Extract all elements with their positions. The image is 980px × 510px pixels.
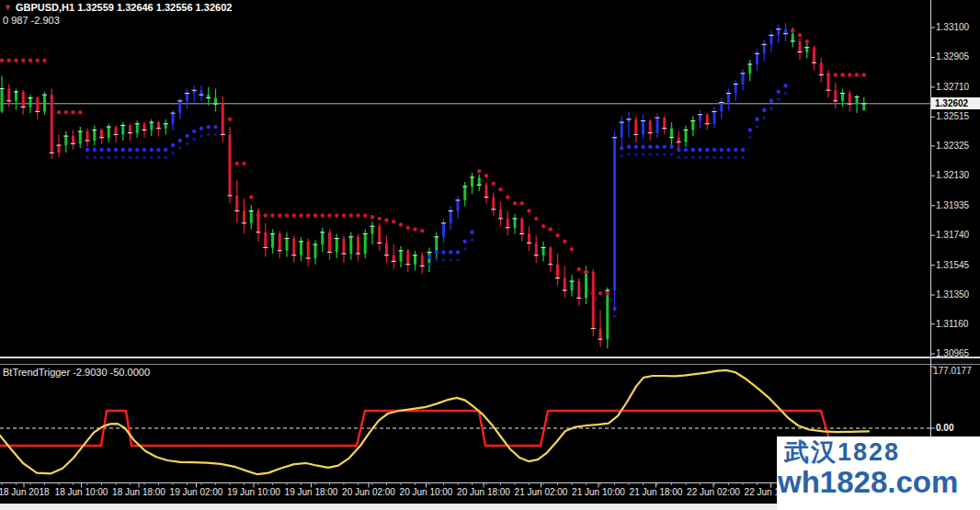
sell-signal-dot: [862, 73, 866, 76]
indicator-max-label: 177.0177: [933, 366, 972, 376]
sell-signal-dot: [42, 59, 46, 62]
sell-signal-dot: [598, 291, 602, 295]
time-axis-label: 18 Jun 10:00: [55, 487, 108, 497]
sell-signal-dot: [313, 213, 317, 217]
sell-signal-dot: [399, 222, 403, 226]
buy-signal-dot: [192, 130, 196, 133]
sell-signal-dot: [563, 240, 566, 244]
buy-signal-dot: [93, 148, 97, 152]
chart-title: ▼GBPUSD,H1 1.32559 1.32646 1.32556 1.326…: [4, 2, 232, 13]
buy-signal-dot: [777, 90, 781, 94]
price-axis-label: 1.32515: [936, 111, 969, 121]
sell-signal-dot: [7, 59, 11, 62]
price-axis-label: 1.33100: [936, 22, 969, 32]
sell-signal-dot: [270, 213, 274, 217]
buy-signal-dot-dim: [670, 153, 674, 156]
sell-signal-dot: [520, 201, 524, 205]
panel-splitter-lower: [0, 364, 980, 365]
buy-signal-dot: [769, 99, 773, 103]
buy-signal-dot-dim: [634, 153, 638, 156]
buy-signal-dot: [107, 148, 110, 152]
buy-signal-dot-dim: [135, 156, 139, 160]
buy-signal-dot-dim: [712, 156, 716, 160]
sell-signal-dot: [855, 73, 859, 76]
sell-signal-dot: [840, 73, 844, 76]
sell-signal-dot: [477, 169, 481, 173]
buy-signal-dot-dim: [699, 156, 702, 160]
sell-signal-dot: [278, 213, 281, 217]
buy-signal-dot-dim: [107, 156, 110, 160]
watermark-line1: 武汉1828: [784, 438, 980, 466]
buy-signal-dot-dim: [734, 156, 737, 160]
buy-signal-dot-dim: [648, 153, 652, 156]
price-axis-label: 1.31160: [936, 319, 968, 329]
buy-signal-dot-dim: [620, 154, 623, 158]
buy-signal-dot-dim: [129, 156, 132, 160]
buy-signal-dot: [741, 148, 745, 152]
buy-signal-dot-dim: [178, 147, 182, 151]
time-axis-label: 18 Jun 2018: [0, 487, 50, 497]
sell-signal-dot: [848, 73, 851, 76]
buy-signal-dot: [620, 146, 623, 150]
sell-signal-dot: [834, 73, 838, 76]
buy-signal-dot-dim: [762, 116, 766, 119]
sell-signal-dot: [527, 209, 530, 212]
buy-signal-dot: [684, 148, 688, 152]
buy-signal-dot-dim: [456, 258, 460, 262]
buy-signal-dot: [762, 108, 766, 112]
buy-signal-dot: [677, 148, 680, 152]
buy-signal-dot: [427, 255, 431, 258]
symbol-dropdown-icon[interactable]: ▼: [4, 3, 12, 12]
sell-signal-dot: [14, 59, 17, 62]
time-axis-label: 21 Jun 18:00: [630, 487, 683, 497]
buy-signal-dot: [207, 125, 211, 129]
buy-signal-dot-dim: [85, 156, 89, 160]
buy-signal-dot-dim: [705, 156, 709, 160]
buy-signal-dot: [748, 128, 752, 131]
sell-signal-dot: [299, 213, 302, 217]
buy-signal-dot-dim: [777, 97, 781, 101]
sell-signal-dot: [78, 110, 82, 114]
buy-signal-dot-dim: [463, 247, 467, 251]
sell-signal-dot: [513, 201, 517, 205]
buy-signal-dot-dim: [114, 156, 118, 160]
sell-signal-dot: [606, 291, 610, 295]
buy-signal-dot: [712, 148, 716, 152]
sell-signal-dot: [235, 162, 239, 165]
buy-signal-dot: [612, 307, 616, 311]
sell-signal-dot: [577, 267, 581, 271]
time-axis-label: 19 Jun 18:00: [285, 487, 338, 497]
buy-signal-dot: [121, 148, 125, 152]
sell-signal-dot: [541, 224, 545, 228]
buy-signal-dot-dim: [142, 156, 146, 160]
chart-canvas[interactable]: [0, 0, 980, 510]
sell-signal-dot: [228, 118, 232, 121]
sell-signal-dot: [64, 110, 68, 114]
buy-signal-dot-dim: [784, 92, 788, 96]
time-axis-label: 19 Jun 02:00: [170, 487, 223, 497]
panel-splitter: [0, 357, 980, 358]
time-axis-label: 20 Jun 02:00: [342, 487, 395, 497]
buy-signal-dot: [783, 84, 787, 87]
sell-signal-dot: [805, 40, 809, 43]
sell-signal-dot: [242, 162, 245, 165]
buy-signal-dot-dim: [121, 156, 125, 160]
price-axis-label: 1.32710: [936, 82, 969, 92]
buy-signal-dot-dim: [93, 156, 97, 160]
sell-signal-dot: [356, 213, 359, 217]
buy-signal-dot-dim: [442, 258, 446, 262]
symbol-ohlc-text: GBPUSD,H1 1.32559 1.32646 1.32556 1.3260…: [16, 2, 232, 13]
buy-signal-dot-dim: [756, 125, 759, 129]
buy-signal-dot: [449, 250, 452, 254]
buy-signal-dot-dim: [691, 156, 695, 160]
sell-signal-dot: [57, 110, 61, 114]
buy-signal-dot: [698, 148, 701, 152]
buy-signal-dot-dim: [471, 238, 474, 242]
buy-signal-dot: [185, 134, 188, 138]
buy-signal-dot: [734, 148, 737, 152]
price-axis-label: 1.32130: [936, 170, 969, 180]
buy-signal-dot: [213, 125, 217, 129]
panel-splitter-gap: [0, 358, 980, 364]
sell-signal-dot: [21, 59, 25, 62]
sell-signal-dot: [812, 49, 815, 52]
